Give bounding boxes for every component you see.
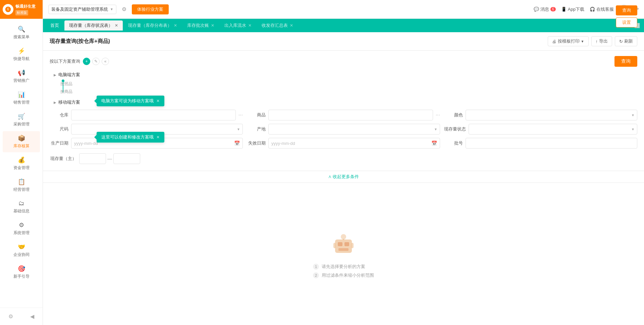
logo-icon: 6	[3, 4, 13, 15]
scheme-desktop[interactable]: ▶ 电脑端方案	[54, 71, 637, 79]
warehouse-input[interactable]	[71, 110, 236, 120]
guide-icon: 🎯	[18, 265, 25, 272]
scheme-expand-icon: ▶	[54, 73, 56, 77]
online-support-button[interactable]: 🎧 在线客服	[590, 6, 614, 12]
inventory-range: —	[79, 153, 140, 164]
empty-tips: 1 请先选择要分析的方案 2 用过滤条件来缩小分析范围	[313, 264, 374, 278]
sidebar-item-search[interactable]: 🔍 搜索菜单	[3, 22, 40, 43]
svg-rect-3	[338, 242, 342, 246]
goods-input[interactable]	[268, 110, 433, 120]
filter-controls: + ✎ «	[83, 58, 109, 65]
warehouse-dots[interactable]: ···	[238, 112, 243, 118]
tooltip-close-2[interactable]: ✕	[156, 135, 160, 140]
origin-select-wrapper: ▼	[268, 124, 440, 134]
sidebar-item-finance[interactable]: 💰 资金管理	[3, 153, 40, 174]
search-button[interactable]: 查询	[614, 56, 637, 67]
sidebar-item-inventory[interactable]: 📦 库存核算	[3, 131, 40, 152]
range-from-input[interactable]	[79, 153, 106, 164]
app-download-button[interactable]: 📱 App下载	[561, 6, 584, 12]
system-selector-arrow: ▼	[110, 7, 113, 11]
industry-button[interactable]: 体验行业方案	[132, 4, 169, 14]
tab-close-inventory-status[interactable]: ✕	[115, 23, 118, 28]
settings-button[interactable]: ⚙	[7, 312, 14, 321]
stock-status-select[interactable]	[469, 124, 637, 134]
tab-inventory-status[interactable]: 现存量（库存状况表） ✕	[64, 20, 123, 31]
system-name: 装备及固定资产辅助管理系统	[51, 6, 108, 12]
top-header: 装备及固定资产辅助管理系统 ▼ ⚙ 体验行业方案 💬 消息 6 📱 App下载 …	[43, 0, 644, 19]
goods-dots[interactable]: ···	[436, 112, 440, 118]
produce-date-label: 生产日期	[50, 140, 68, 146]
sidebar-item-quick-nav[interactable]: ⚡ 快捷导航	[3, 44, 40, 65]
scheme-mobile-expand-icon: ▶	[54, 101, 56, 104]
back-scheme-button[interactable]: «	[102, 58, 109, 65]
export-button[interactable]: ↑ 导出	[591, 36, 612, 46]
field-origin: 产地 ▼	[247, 124, 440, 134]
tab-close-inout-flow[interactable]: ✕	[248, 23, 252, 28]
origin-label: 产地	[247, 126, 266, 132]
tooltip-close-1[interactable]: ✕	[156, 99, 160, 103]
empty-tip-1: 1 请先选择要分析的方案	[313, 264, 374, 270]
batch-input[interactable]	[466, 138, 637, 149]
marketing-icon: 📢	[18, 69, 25, 76]
tab-close-batch-account[interactable]: ✕	[211, 23, 214, 28]
sidebar-item-purchase[interactable]: 🛒 采购管理	[3, 109, 40, 130]
settings-gear-button[interactable]: ⚙	[120, 5, 128, 14]
produce-date-calendar-icon: 📅	[234, 141, 240, 146]
search-icon: 🔍	[18, 25, 25, 33]
tab-close-collect-summary[interactable]: ✕	[290, 23, 293, 28]
field-warehouse: 仓库 ···	[50, 110, 243, 120]
filter-label: 按以下方案查询	[50, 58, 80, 64]
sales-icon: 📊	[18, 91, 25, 98]
messages-button[interactable]: 💬 消息 6	[534, 6, 556, 12]
content-area: 现存量查询(按仓库+商品) 🖨 按模板打印 ▼ ↑ 导出 ↻ 刷新	[43, 32, 644, 325]
sidebar-item-operations[interactable]: 📋 经营管理	[3, 175, 40, 196]
tab-close-inventory-distribution[interactable]: ✕	[174, 23, 177, 28]
scheme-item-1[interactable]: 按照品	[58, 80, 637, 88]
sidebar-item-marketing[interactable]: 📢 营销推广	[3, 66, 40, 87]
headset-icon: 🎧	[590, 7, 595, 12]
tab-inout-flow[interactable]: 出入库流水 ✕	[220, 20, 256, 31]
range-to-input[interactable]	[113, 153, 140, 164]
tab-collect-summary[interactable]: 收发存汇总表 ✕	[257, 20, 298, 31]
page-title: 现存量查询(按仓库+商品)	[50, 38, 110, 45]
stock-qty-label: 现存量（主）	[50, 156, 76, 162]
svg-rect-5	[338, 248, 348, 251]
field-stock-status: 现存量状态 ▼	[444, 124, 637, 134]
goods-label: 商品	[247, 112, 266, 118]
scheme-item-2[interactable]: 按商品	[58, 88, 637, 96]
logo: 6 畅通好生意 标准版	[0, 0, 43, 19]
print-icon: 🖨	[552, 39, 556, 44]
origin-select[interactable]	[268, 124, 440, 134]
sidebar-item-enterprise[interactable]: 🤝 企业协同	[3, 240, 40, 261]
size-label: 尺码	[50, 126, 68, 132]
sidebar-item-system[interactable]: ⚙ 系统管理	[3, 218, 40, 239]
add-scheme-button[interactable]: +	[83, 58, 90, 65]
svg-rect-4	[344, 242, 349, 246]
messages-count-badge: 6	[550, 7, 556, 11]
sidebar-item-sales[interactable]: 📊 销售管理	[3, 88, 40, 109]
collapse-sidebar-button[interactable]: ◀	[29, 312, 36, 321]
empty-state: 1 请先选择要分析的方案 2 用过滤条件来缩小分析范围	[43, 183, 644, 325]
warehouse-label: 仓库	[50, 112, 68, 118]
logo-text: 畅通好生意 标准版	[15, 4, 36, 15]
sidebar-item-basic[interactable]: 🗂 基础信息	[3, 197, 40, 217]
produce-date-placeholder: yyyy-mm-dd	[74, 141, 98, 146]
basic-icon: 🗂	[18, 200, 24, 207]
color-select[interactable]	[466, 110, 637, 120]
filter-header: 按以下方案查询 + ✎ « 电脑方案可设为移动方案哦 ✕ 查询	[50, 56, 637, 67]
sidebar-item-guide[interactable]: 🎯 新手引导	[3, 262, 40, 283]
expire-date-input[interactable]: yyyy-mm-dd 📅	[268, 138, 440, 149]
edit-scheme-button[interactable]: ✎	[92, 58, 100, 65]
field-color: 颜色 ▼	[444, 110, 637, 120]
color-select-wrapper: ▼	[466, 110, 637, 120]
enterprise-icon: 🤝	[18, 243, 25, 251]
system-selector[interactable]: 装备及固定资产辅助管理系统 ▼	[48, 5, 116, 14]
refresh-button[interactable]: ↻ 刷新	[615, 36, 637, 46]
collapse-bar[interactable]: ∧ 收起更多条件	[43, 171, 644, 183]
tab-batch-account[interactable]: 库存批次账 ✕	[182, 20, 219, 31]
tab-inventory-distribution[interactable]: 现存量（库存分布表） ✕	[123, 20, 182, 31]
field-goods: 商品 ···	[247, 110, 440, 120]
tab-home[interactable]: 首页	[46, 20, 64, 31]
print-button[interactable]: 🖨 按模板打印 ▼	[548, 36, 589, 46]
export-icon: ↑	[596, 39, 598, 44]
